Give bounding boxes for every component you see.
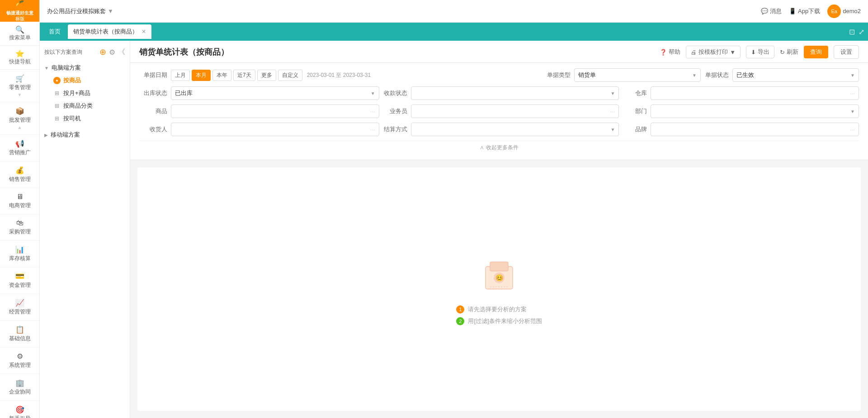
date-btn-more[interactable]: 更多	[257, 70, 276, 81]
receiver-filter-input[interactable]: ···	[171, 123, 379, 136]
by-month-icon: ⊞	[53, 90, 61, 97]
tree-child-by-month-product[interactable]: ⊞ 按月+商品	[40, 87, 130, 100]
tree-child-by-category[interactable]: ⊞ 按商品分类	[40, 100, 130, 112]
tree-parent-mobile[interactable]: ▶ 移动端方案	[40, 128, 130, 141]
collapse-filter-btn[interactable]: ∧ 收起更多条件	[139, 141, 859, 154]
tab-sales-stats[interactable]: 销货单统计表（按商品） ✕	[68, 24, 151, 39]
settings-scheme-icon[interactable]: ⚙	[109, 48, 115, 57]
staff-filter-label: 业务员	[379, 107, 411, 115]
tree-parent-desktop[interactable]: ▼ 电脑端方案	[40, 62, 130, 74]
outbound-value: 已出库	[175, 89, 193, 97]
sidebar-item-ops[interactable]: 📈 经营管理	[0, 294, 39, 321]
print-btn[interactable]: 🖨 按模板打印 ▼	[686, 46, 741, 58]
export-btn[interactable]: ⬇ 导出	[746, 46, 774, 58]
help-btn[interactable]: ❓ 帮助	[660, 48, 680, 56]
refresh-btn[interactable]: ↻ 刷新	[780, 48, 798, 56]
outbound-filter-select[interactable]: 已出库 ▼	[171, 86, 379, 100]
empty-illustration: 😊	[476, 253, 522, 298]
payment-method-filter-select[interactable]: ▼	[411, 123, 619, 136]
sidebar-item-enterprise[interactable]: 🏢 企业协同	[0, 374, 39, 401]
refresh-icon: ↻	[780, 49, 785, 56]
sidebar-item-sales[interactable]: 💰 销售管理	[0, 162, 39, 188]
tab-bar: 首页 销货单统计表（按商品） ✕ ⊡ ⤢	[40, 23, 868, 41]
sidebar-item-marketing[interactable]: 📢 营销推广	[0, 135, 39, 162]
warehouse-filter-input[interactable]: ···	[651, 86, 859, 100]
empty-state: 😊 1 请先选择要分析的方案 2 用[过滤]条件来缩小分析范围	[137, 167, 861, 411]
empty-tip-1: 1 请先选择要分析的方案	[456, 305, 542, 314]
export-label: 导出	[758, 48, 769, 56]
dept-chevron-icon: ▼	[850, 109, 855, 114]
svg-text:😊: 😊	[495, 274, 504, 282]
user-profile[interactable]: Ea demo2	[827, 5, 861, 18]
by-category-icon: ⊞	[53, 102, 61, 109]
brand-filter-input[interactable]: ···	[651, 123, 859, 136]
filter-row-4: 收货人 ··· 结算方式 ▼ 品牌 ···	[139, 123, 859, 136]
purchase-icon: 🛍	[16, 219, 24, 227]
app-download-btn[interactable]: 📱 App下载	[789, 7, 820, 15]
date-btn-last-7[interactable]: 近7天	[233, 70, 255, 81]
dept-filter-select[interactable]: ▼	[651, 104, 859, 118]
status-filter-select[interactable]: 已生效 ▼	[732, 68, 859, 82]
tip-num-1: 1	[456, 305, 464, 314]
tab-expand-icon[interactable]: ⤢	[859, 28, 864, 36]
sidebar-item-newbie[interactable]: 🎯 新手引导	[0, 401, 39, 418]
settings-button[interactable]: 设置	[834, 45, 859, 59]
tree-section-mobile: ▶ 移动端方案	[40, 127, 130, 143]
help-label: 帮助	[669, 48, 680, 56]
staff-filter-input[interactable]: ···	[411, 104, 619, 118]
message-btn[interactable]: 💬 消息	[761, 7, 782, 15]
wholesale-arrow-icon: ▲	[18, 125, 22, 130]
sidebar-item-base[interactable]: 📋 基础信息	[0, 321, 39, 347]
goods-filter-label: 商品	[139, 107, 171, 115]
by-product-icon: ●	[53, 77, 61, 84]
sidebar-item-inventory[interactable]: 📊 库存核算	[0, 241, 39, 267]
payment-status-filter-label: 收款状态	[379, 89, 411, 97]
user-label: demo2	[843, 8, 861, 14]
finance-icon: 💳	[15, 272, 24, 280]
app-download-label: App下载	[798, 7, 820, 15]
sidebar-item-system[interactable]: ⚙ 系统管理	[0, 347, 39, 374]
tree-child-by-product[interactable]: ● 按商品	[40, 74, 130, 87]
tree-section-desktop: ▼ 电脑端方案 ● 按商品 ⊞ 按月+商品 ⊞ 按商品分类 ⊞ 按司机	[40, 60, 130, 127]
date-btn-last-month[interactable]: 上月	[171, 70, 190, 81]
marketing-icon: 📢	[15, 139, 24, 148]
mobile-expand-icon: ▶	[44, 133, 48, 138]
payment-status-filter-select[interactable]: ▼	[411, 86, 619, 100]
tree-child-by-machine[interactable]: ⊞ 按司机	[40, 112, 130, 125]
payment-method-chevron-icon: ▼	[610, 127, 615, 132]
retail-icon: 🛒	[15, 74, 24, 83]
left-panel-title: 按以下方案查询	[44, 48, 82, 56]
date-range-display: 2023-03-01 至 2023-03-31	[307, 71, 371, 79]
status-chevron-icon: ▼	[850, 73, 855, 78]
tab-home[interactable]: 首页	[43, 24, 66, 39]
date-btn-custom[interactable]: 自定义	[278, 70, 302, 81]
sidebar-item-ecommerce[interactable]: 🖥 电商管理	[0, 188, 39, 214]
app-logo: 🍊 畅捷通好生意 标版	[0, 0, 39, 22]
empty-tips: 1 请先选择要分析的方案 2 用[过滤]条件来缩小分析范围	[456, 305, 542, 325]
sales-icon: 💰	[15, 166, 24, 175]
by-machine-label: 按司机	[63, 114, 81, 123]
mobile-label: 移动端方案	[51, 131, 80, 139]
date-btn-this-month[interactable]: 本月	[192, 70, 211, 81]
filter-area: 单据日期 上月 本月 本年 近7天 更多 自定义 2023-03-01 至 20…	[130, 63, 868, 160]
tab-close-icon[interactable]: ✕	[142, 28, 146, 35]
retail-arrow-icon: ▼	[18, 92, 22, 97]
date-btn-this-year[interactable]: 本年	[212, 70, 231, 81]
user-avatar: Ea	[827, 5, 841, 18]
sidebar-item-purchase[interactable]: 🛍 采购管理	[0, 214, 39, 241]
tab-minimize-icon[interactable]: ⊡	[849, 28, 855, 36]
type-filter-select[interactable]: 销货单 ▼	[574, 68, 701, 82]
sidebar-item-wholesale[interactable]: 📦 批发管理 ▲	[0, 102, 39, 135]
add-scheme-icon[interactable]: ⊕	[99, 47, 106, 57]
tip-num-2: 2	[456, 317, 464, 325]
sidebar-item-retail[interactable]: 🛒 零售管理 ▼	[0, 70, 39, 102]
sidebar-item-finance[interactable]: 💳 资金管理	[0, 267, 39, 294]
query-button[interactable]: 查询	[804, 46, 828, 58]
tip-2-label: 用[过滤]条件来缩小分析范围	[468, 317, 542, 325]
goods-dots: ···	[370, 108, 375, 115]
goods-filter-input[interactable]: ···	[171, 104, 379, 118]
sidebar-search[interactable]: 🔍 搜索菜单	[0, 22, 39, 46]
sidebar-quick-nav[interactable]: ⭐ 快捷导航	[0, 46, 39, 70]
collapse-panel-icon[interactable]: 《	[118, 48, 125, 57]
workspace-selector[interactable]: 办公用品行业模拟账套 ▼	[47, 7, 113, 15]
